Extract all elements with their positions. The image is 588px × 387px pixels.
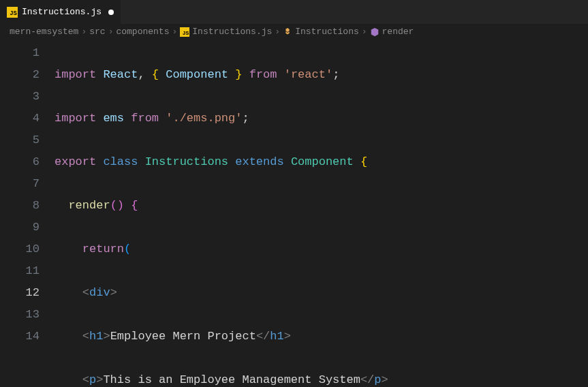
js-file-icon: JS (7, 7, 18, 18)
line-number: 12 (0, 282, 40, 304)
line-number: 8 (0, 195, 40, 217)
line-number: 10 (0, 238, 40, 260)
chevron-right-icon: › (81, 27, 87, 37)
class-icon (283, 27, 292, 37)
modified-indicator-icon (108, 10, 114, 15)
line-number: 2 (0, 64, 40, 86)
js-file-icon: JS (180, 27, 189, 37)
breadcrumb-segment[interactable]: render (382, 27, 414, 37)
line-number: 3 (0, 86, 40, 108)
code-line[interactable]: export class Instructions extends Compon… (55, 151, 388, 173)
line-number: 6 (0, 151, 40, 173)
editor-area[interactable]: 1 2 3 4 5 6 7 8 9 10 11 12 13 14 import … (0, 40, 588, 387)
chevron-right-icon: › (172, 27, 177, 37)
chevron-right-icon: › (362, 27, 367, 37)
code-content[interactable]: import React, { Component } from 'react'… (55, 42, 388, 387)
line-number-gutter: 1 2 3 4 5 6 7 8 9 10 11 12 13 14 (0, 42, 55, 387)
code-line[interactable]: <p>This is an Employee Management System… (55, 369, 388, 387)
code-line[interactable]: return( (55, 238, 388, 260)
breadcrumb-segment[interactable]: src (89, 27, 105, 37)
code-line[interactable]: render() { (55, 195, 388, 217)
breadcrumb-segment[interactable]: Instructions (295, 27, 359, 37)
chevron-right-icon: › (108, 27, 114, 37)
code-line[interactable]: import ems from './ems.png'; (55, 108, 388, 129)
tab-filename: Instructions.js (22, 7, 102, 17)
line-number: 11 (0, 260, 40, 282)
tab-instructions[interactable]: JS Instructions.js (0, 0, 121, 24)
line-number: 4 (0, 108, 40, 129)
breadcrumb-segment[interactable]: Instructions.js (192, 27, 272, 37)
line-number: 9 (0, 217, 40, 238)
code-line[interactable]: import React, { Component } from 'react'… (55, 64, 388, 86)
line-number: 5 (0, 129, 40, 151)
breadcrumb-segment[interactable]: mern-emsystem (10, 27, 78, 37)
code-line[interactable]: <div> (55, 282, 388, 304)
breadcrumb[interactable]: mern-emsystem › src › components › JS In… (0, 24, 588, 40)
line-number: 7 (0, 173, 40, 195)
line-number: 1 (0, 42, 40, 64)
line-number: 13 (0, 304, 40, 326)
chevron-right-icon: › (275, 27, 280, 37)
tab-bar: JS Instructions.js (0, 0, 588, 24)
breadcrumb-segment[interactable]: components (116, 27, 169, 37)
code-line[interactable]: <h1>Employee Mern Project</h1> (55, 326, 388, 347)
line-number: 14 (0, 326, 40, 347)
method-icon (370, 27, 380, 37)
